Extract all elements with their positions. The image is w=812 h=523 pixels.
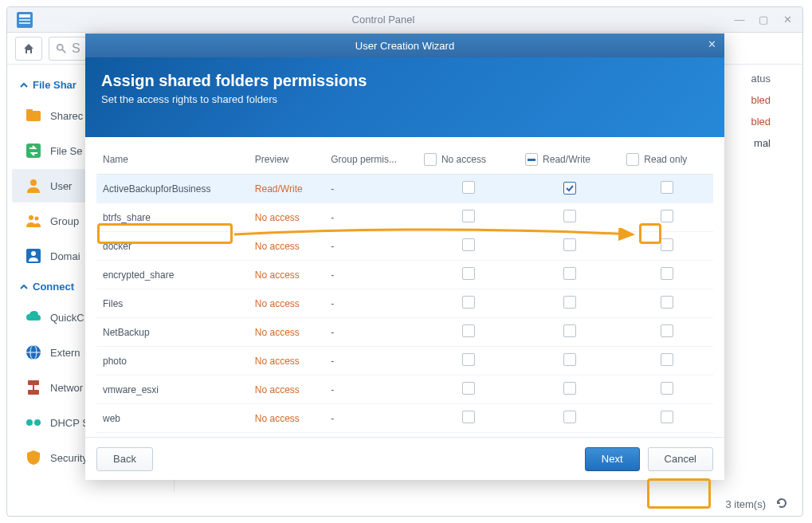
preview-value: No access (249, 376, 324, 404)
group-perm: - (324, 404, 418, 433)
table-row[interactable]: NetBackup No access - (96, 318, 713, 347)
readwrite-cell (519, 203, 620, 232)
group-perm: - (324, 318, 418, 347)
checkbox[interactable] (563, 296, 576, 309)
network-icon (25, 379, 42, 396)
home-button[interactable] (15, 37, 42, 61)
table-row[interactable]: vmware_esxi No access - (96, 376, 713, 404)
modal-title: User Creation Wizard (355, 40, 454, 52)
dhcp-icon (25, 414, 42, 431)
table-row[interactable]: web No access - (96, 404, 713, 433)
cancel-button[interactable]: Cancel (648, 447, 713, 471)
titlebar: Control Panel — ▢ ✕ (7, 7, 802, 33)
maximize-button[interactable]: ▢ (756, 13, 771, 27)
svg-point-4 (57, 44, 63, 49)
checkbox[interactable] (563, 182, 576, 195)
readonly-cell (620, 376, 713, 404)
noaccess-cell (418, 261, 519, 289)
checkbox[interactable] (661, 238, 673, 251)
checkbox[interactable] (462, 382, 475, 395)
svg-point-13 (31, 251, 36, 256)
cloud-icon (25, 309, 42, 326)
checkbox[interactable] (661, 181, 673, 194)
back-button[interactable]: Back (96, 447, 153, 471)
preview-value: No access (249, 404, 324, 433)
col-noaccess[interactable]: No access (418, 145, 519, 175)
noaccess-cell (418, 203, 519, 232)
checkbox[interactable] (563, 353, 576, 366)
checkbox[interactable] (462, 296, 475, 309)
readwrite-cell (519, 232, 620, 261)
readonly-cell (620, 347, 713, 376)
col-readonly[interactable]: Read only (620, 145, 713, 175)
table-row[interactable]: Files No access - (96, 289, 713, 318)
search-placeholder: S (72, 41, 80, 56)
noaccess-cell (418, 318, 519, 347)
next-button[interactable]: Next (585, 447, 640, 471)
col-name[interactable]: Name (96, 145, 249, 175)
col-group[interactable]: Group permis... (324, 145, 418, 175)
folder-name: encrypted_share (96, 261, 249, 289)
checkbox[interactable] (661, 267, 673, 280)
checkbox[interactable] (563, 267, 576, 280)
modal-close-button[interactable]: ✕ (708, 38, 716, 50)
noaccess-cell (418, 232, 519, 261)
readwrite-cell (519, 261, 620, 289)
readwrite-cell (519, 404, 620, 433)
checkbox[interactable] (563, 382, 576, 395)
preview-value: No access (249, 232, 324, 261)
table-row[interactable]: docker No access - (96, 232, 713, 261)
group-perm: - (324, 289, 418, 318)
readwrite-all-checkbox[interactable] (525, 153, 538, 166)
readonly-cell (620, 404, 713, 433)
readonly-cell (620, 261, 713, 289)
checkbox[interactable] (661, 353, 673, 366)
checkbox[interactable] (563, 210, 576, 222)
chevron-up-icon (20, 283, 28, 291)
preview-value: No access (249, 289, 324, 318)
table-row[interactable]: photo No access - (96, 347, 713, 376)
banner-subtitle: Set the access rights to shared folders (101, 93, 708, 105)
checkbox[interactable] (661, 382, 673, 395)
checkbox[interactable] (462, 210, 475, 222)
checkbox[interactable] (462, 267, 475, 280)
table-row[interactable]: btrfs_share No access - (96, 203, 713, 232)
table-row[interactable]: encrypted_share No access - (96, 261, 713, 289)
minimize-button[interactable]: — (732, 13, 747, 27)
checkbox[interactable] (462, 324, 475, 337)
close-button[interactable]: ✕ (780, 13, 794, 27)
item-count: 3 item(s) (725, 498, 766, 510)
col-readwrite[interactable]: Read/Write (519, 145, 620, 175)
checkbox[interactable] (462, 181, 475, 194)
checkbox[interactable] (661, 324, 673, 337)
col-preview[interactable]: Preview (249, 145, 324, 175)
refresh-button[interactable] (775, 497, 788, 512)
svg-rect-17 (28, 380, 39, 385)
globe-icon (25, 344, 42, 361)
folder-name: NetBackup (96, 318, 249, 347)
modal-banner: Assign shared folders permissions Set th… (85, 57, 724, 137)
noaccess-cell (418, 175, 519, 203)
checkbox[interactable] (661, 296, 673, 309)
noaccess-all-checkbox[interactable] (424, 153, 437, 166)
group-perm: - (324, 203, 418, 232)
checkbox[interactable] (462, 238, 475, 251)
checkbox[interactable] (661, 210, 673, 222)
checkbox[interactable] (462, 353, 475, 366)
folder-name: photo (96, 347, 249, 376)
preview-value: No access (249, 318, 324, 347)
checkbox[interactable] (661, 411, 673, 423)
checkbox[interactable] (563, 238, 576, 251)
checkbox[interactable] (563, 411, 576, 423)
footer: 3 item(s) (725, 492, 802, 516)
noaccess-cell (418, 404, 519, 433)
readonly-cell (620, 203, 713, 232)
chevron-up-icon (20, 81, 28, 89)
group-perm: - (324, 261, 418, 289)
checkbox[interactable] (462, 411, 475, 423)
checkbox[interactable] (563, 324, 576, 337)
svg-rect-18 (28, 390, 39, 395)
readonly-all-checkbox[interactable] (626, 153, 639, 166)
folder-name: web (96, 404, 249, 433)
table-row[interactable]: ActiveBackupforBusiness Read/Write - (96, 175, 713, 203)
